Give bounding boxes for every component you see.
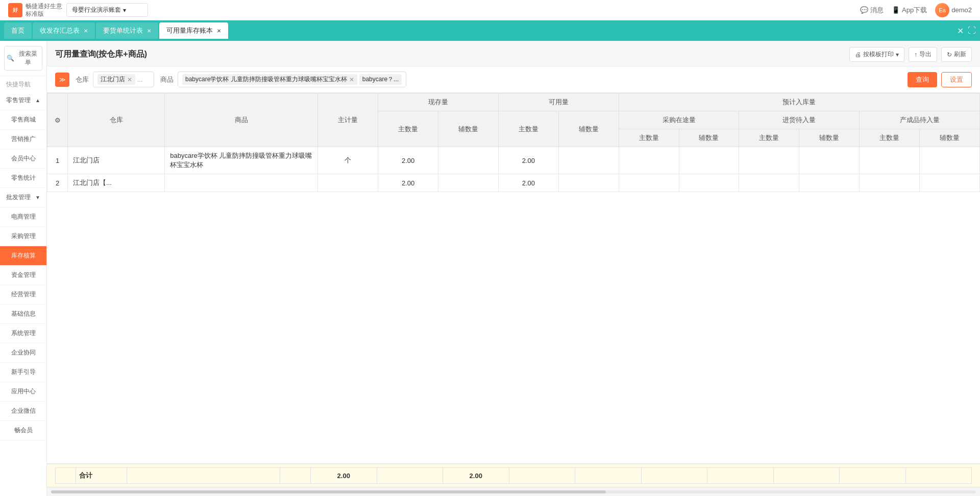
message-icon: 💬: [860, 6, 868, 14]
export-btn[interactable]: ↑ 导出: [909, 47, 937, 62]
chevron-icon-wholesale: ▼: [35, 195, 40, 200]
main-layout: 🔍 搜索菜单 快捷导航 零售管理 ▲ 零售商城 营销推广 会员中心 零售统计 批…: [0, 41, 980, 496]
sidebar-item-wholesale[interactable]: 批发管理 ▼: [0, 188, 46, 207]
row-available-main: 2.00: [498, 147, 558, 174]
sidebar-item-member[interactable]: 会员中心: [0, 149, 46, 169]
row-available-aux: [558, 147, 619, 174]
product-input[interactable]: babycare学饮杯 儿童防摔防撞吸管杯重力球吸嘴杯宝宝水杯 ✕ babyca…: [178, 72, 406, 87]
print-icon: 🖨: [855, 51, 861, 58]
sidebar-item-newuser[interactable]: 新手引导: [0, 363, 46, 382]
row-purchase-aux: [679, 174, 739, 192]
tab-available-stock-close[interactable]: ✕: [217, 28, 221, 34]
warehouse-more-btn[interactable]: ...: [137, 76, 142, 83]
refresh-btn[interactable]: ↻ 刷新: [941, 47, 972, 62]
top-bar: 好 畅捷通好生意 标准版 母婴行业演示账套 ▾ 💬 消息 📱 App下载 Ea …: [0, 0, 980, 20]
sidebar-item-system[interactable]: 系统管理: [0, 324, 46, 343]
sidebar-item-purchase[interactable]: 采购管理: [0, 227, 46, 246]
col-warehouse-header: 仓库: [68, 93, 165, 147]
row-unit: [318, 174, 378, 192]
table-row: 1 江北门店 babycare学饮杯 儿童防摔防撞吸管杯重力球吸嘴杯宝宝水杯 个…: [47, 147, 980, 174]
row-warehouse: 江北门店: [68, 147, 165, 174]
query-btn[interactable]: 查询: [908, 72, 937, 87]
sidebar-item-member2[interactable]: 畅会员: [0, 421, 46, 440]
row-purchase-main: [619, 147, 679, 174]
message-btn[interactable]: 💬 消息: [860, 6, 884, 15]
tab-receive-pay[interactable]: 收发存汇总表 ✕: [33, 22, 95, 39]
tab-expand-icon[interactable]: ⛶: [968, 26, 976, 35]
row-incoming-aux: [799, 174, 860, 192]
sidebar-item-enterprise[interactable]: 企业协同: [0, 343, 46, 363]
row-available-aux: [558, 174, 619, 192]
horizontal-scrollbar[interactable]: [47, 487, 980, 496]
tab-order-stats-close[interactable]: ✕: [147, 28, 151, 34]
sidebar-search-btn[interactable]: 🔍 搜索菜单: [4, 46, 42, 70]
row-index: 2: [47, 174, 68, 192]
sidebar-item-retail-stats[interactable]: 零售统计: [0, 169, 46, 188]
col-product-wait: 产成品待入量: [860, 111, 980, 129]
col-product-aux: 辅数量: [920, 129, 980, 147]
sidebar-item-inventory[interactable]: 库存核算: [0, 246, 46, 266]
user-profile[interactable]: Ea demo2: [935, 3, 972, 17]
row-current-aux: [438, 174, 499, 192]
col-incoming-main: 主数量: [739, 129, 799, 147]
mobile-icon: 📱: [892, 6, 900, 14]
tab-available-stock-label: 可用量库存账本: [166, 26, 213, 35]
app-download-btn[interactable]: 📱 App下载: [892, 6, 927, 15]
chevron-print-icon: ▾: [896, 51, 899, 58]
row-purchase-aux: [679, 147, 739, 174]
row-incoming-main: [739, 147, 799, 174]
warehouse-input[interactable]: 江北门店 ✕ ...: [93, 72, 154, 87]
row-unit: 个: [318, 147, 378, 174]
sidebar-item-retail-mall[interactable]: 零售商城: [0, 110, 46, 130]
sidebar-item-ecommerce[interactable]: 电商管理: [0, 207, 46, 227]
tab-available-stock[interactable]: 可用量库存账本 ✕: [159, 22, 228, 39]
refresh-icon: ↻: [947, 51, 952, 58]
print-btn[interactable]: 🖨 按模板打印 ▾: [849, 47, 904, 62]
sidebar-item-retail-mgmt[interactable]: 零售管理 ▲: [0, 91, 46, 110]
page-title: 可用量查询(按仓库+商品): [55, 49, 147, 60]
sidebar-item-app-center[interactable]: 应用中心: [0, 382, 46, 401]
product-tag-1: babycare学饮杯 儿童防摔防撞吸管杯重力球吸嘴杯宝宝水杯 ✕: [182, 74, 357, 85]
row-incoming-main: [739, 174, 799, 192]
product-label: 商品: [160, 75, 174, 84]
row-product-aux: [920, 174, 980, 192]
sidebar: 🔍 搜索菜单 快捷导航 零售管理 ▲ 零售商城 营销推广 会员中心 零售统计 批…: [0, 41, 47, 496]
sidebar-item-marketing[interactable]: 营销推广: [0, 130, 46, 149]
filter-group-warehouse: 仓库 江北门店 ✕ ...: [76, 72, 154, 87]
scrollbar-thumb[interactable]: [51, 490, 606, 493]
col-unit-header: 主计量: [318, 93, 378, 147]
table-row: 2 江北门店【... 2.00 2.00: [47, 174, 980, 192]
tab-close-all-icon[interactable]: ✕: [957, 26, 964, 36]
row-index: 1: [47, 147, 68, 174]
col-purchase-transit: 采购在途量: [619, 111, 739, 129]
store-selector[interactable]: 母婴行业演示账套 ▾: [66, 3, 148, 17]
row-current-aux: [438, 147, 499, 174]
tab-home-label: 首页: [11, 26, 24, 35]
filter-expand-btn[interactable]: ≫: [55, 73, 69, 87]
footer-available-main: 2.00: [443, 468, 509, 484]
product-tag-1-close[interactable]: ✕: [349, 76, 354, 83]
col-current-main: 主数量: [378, 111, 438, 147]
tab-order-stats[interactable]: 要货单统计表 ✕: [96, 22, 158, 39]
col-available-main: 主数量: [498, 111, 558, 147]
search-icon: 🔍: [7, 55, 14, 62]
sidebar-item-operations[interactable]: 经营管理: [0, 285, 46, 304]
settings-btn[interactable]: 设置: [941, 72, 972, 87]
col-expected-in-header: 预计入库量: [619, 93, 979, 111]
tab-order-stats-label: 要货单统计表: [103, 26, 143, 35]
tab-bar: 首页 收发存汇总表 ✕ 要货单统计表 ✕ 可用量库存账本 ✕ ✕ ⛶: [0, 20, 980, 41]
avatar: Ea: [935, 3, 949, 17]
row-purchase-main: [619, 174, 679, 192]
col-settings[interactable]: ⚙: [47, 93, 68, 147]
sidebar-item-wechat[interactable]: 企业微信: [0, 401, 46, 421]
col-purchase-main: 主数量: [619, 129, 679, 147]
sidebar-search-area: 🔍 搜索菜单: [0, 41, 46, 76]
col-purchase-aux: 辅数量: [679, 129, 739, 147]
row-current-main: 2.00: [378, 174, 438, 192]
sidebar-item-finance[interactable]: 资金管理: [0, 266, 46, 285]
chevron-icon: ▲: [35, 98, 40, 103]
tab-receive-pay-close[interactable]: ✕: [84, 28, 88, 34]
warehouse-tag-close[interactable]: ✕: [127, 76, 132, 83]
sidebar-item-basic-info[interactable]: 基础信息: [0, 304, 46, 324]
tab-home[interactable]: 首页: [4, 22, 32, 39]
